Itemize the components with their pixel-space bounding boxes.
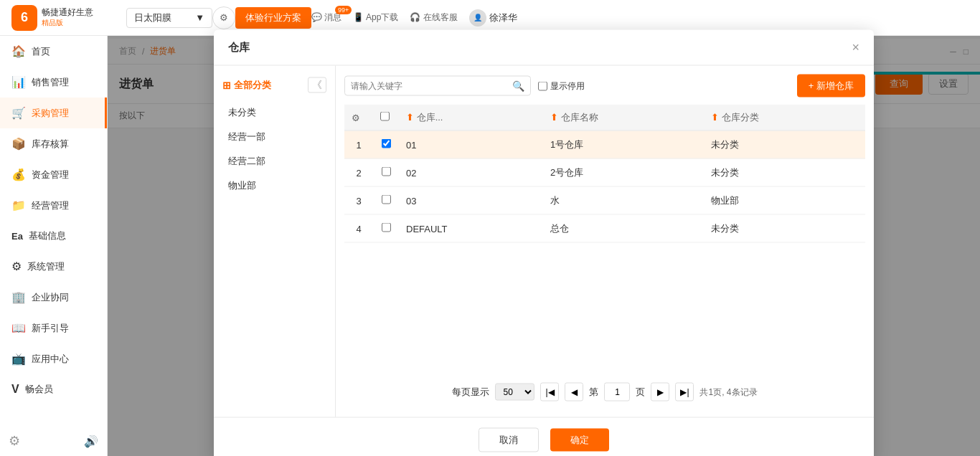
- modal-header: 仓库 ×: [214, 30, 874, 66]
- row-category: 物业部: [704, 186, 865, 214]
- sort-icon-code[interactable]: ⬆: [406, 112, 414, 123]
- row-num: 1: [344, 130, 373, 158]
- row-code: DEFAULT: [399, 214, 543, 242]
- app-download-button[interactable]: 📱 App下载: [353, 11, 398, 24]
- sidebar-item-basic-info[interactable]: Ea 基础信息: [0, 221, 107, 251]
- basic-info-icon: Ea: [11, 231, 23, 242]
- guide-icon: 📖: [11, 321, 26, 335]
- row-category: 未分类: [704, 130, 865, 158]
- store-selector[interactable]: 日太阳膜 ▼: [126, 8, 212, 28]
- row-checkbox[interactable]: [373, 158, 399, 186]
- sidebar-item-purchase[interactable]: 🛒 采购管理: [0, 98, 107, 128]
- sidebar-item-finance[interactable]: 💰 资金管理: [0, 159, 107, 190]
- sales-icon: 📊: [11, 75, 26, 89]
- cancel-button[interactable]: 取消: [479, 428, 539, 452]
- sidebar-item-management[interactable]: 📁 经营管理: [0, 190, 107, 221]
- category-panel: ⊞ 全部分类 《 未分类 经营一部 经营二部 物业部: [214, 66, 336, 417]
- sidebar-bottom: ⚙ 🔊: [0, 433, 107, 449]
- search-icon[interactable]: 🔍: [512, 80, 524, 92]
- system-icon: ⚙: [11, 260, 22, 273]
- category-item-ops2[interactable]: 经营二部: [214, 149, 335, 174]
- page-unit-label: 页: [636, 386, 645, 399]
- page-total-info: 共1页, 4条记录: [699, 386, 757, 398]
- messages-button[interactable]: 💬 消息 99+: [311, 11, 341, 24]
- warehouse-list-panel: 🔍 显示停用 + 新增仓库 ⚙: [336, 66, 874, 417]
- search-bar: 🔍 显示停用 + 新增仓库: [344, 75, 865, 98]
- category-header: ⊞ 全部分类 《: [214, 73, 335, 100]
- sidebar-label-management: 经营管理: [32, 199, 69, 212]
- sidebar-label-enterprise: 企业协同: [32, 291, 69, 304]
- speaker-icon[interactable]: 🔊: [84, 434, 98, 448]
- management-icon: 📁: [11, 199, 26, 212]
- all-category-button[interactable]: ⊞ 全部分类: [222, 79, 271, 92]
- next-page-button[interactable]: ▶: [651, 383, 669, 402]
- home-icon: 🏠: [11, 44, 26, 58]
- enterprise-icon: 🏢: [11, 290, 26, 304]
- sort-icon-name[interactable]: ⬆: [550, 112, 558, 123]
- user-menu[interactable]: 👤 徐泽华: [469, 9, 517, 27]
- settings-icon-bottom[interactable]: ⚙: [9, 433, 20, 449]
- th-name: ⬆ 仓库名称: [543, 105, 704, 131]
- row-name: 水: [543, 186, 704, 214]
- table-row[interactable]: 4 DEFAULT 总仓 未分类: [344, 214, 865, 242]
- row-name: 2号仓库: [543, 158, 704, 186]
- last-page-button[interactable]: ▶|: [675, 383, 694, 402]
- sidebar-item-system[interactable]: ⚙ 系统管理: [0, 251, 107, 282]
- finance-icon: 💰: [11, 168, 26, 181]
- sidebar-label-system: 系统管理: [27, 260, 65, 273]
- row-category: 未分类: [704, 158, 865, 186]
- grid-icon: ⊞: [222, 80, 231, 91]
- page-number-input[interactable]: [604, 383, 630, 402]
- warehouse-table: ⚙ ⬆ 仓库... ⬆: [344, 105, 865, 243]
- collapse-panel-button[interactable]: 《: [308, 77, 326, 93]
- category-item-ops1[interactable]: 经营一部: [214, 125, 335, 149]
- category-item-unclassified[interactable]: 未分类: [214, 100, 335, 125]
- page-label: 第: [589, 386, 598, 399]
- logo-icon: 6: [11, 5, 37, 31]
- row-checkbox[interactable]: [373, 214, 399, 242]
- table-row[interactable]: 2 02 2号仓库 未分类: [344, 158, 865, 186]
- sidebar-label-vip: 畅会员: [25, 383, 53, 396]
- avatar: 👤: [469, 9, 486, 27]
- sidebar-label-home: 首页: [32, 45, 50, 58]
- search-input-wrap: 🔍: [344, 76, 531, 96]
- sort-icon-category[interactable]: ⬆: [711, 112, 719, 123]
- table-row[interactable]: 1 01 1号仓库 未分类: [344, 130, 865, 158]
- search-input[interactable]: [351, 81, 512, 91]
- confirm-button[interactable]: 确定: [550, 429, 609, 452]
- page-size-select[interactable]: 50 20 100: [495, 384, 534, 401]
- select-all-checkbox[interactable]: [380, 112, 390, 121]
- prev-page-button[interactable]: ◀: [565, 383, 583, 402]
- modal-title: 仓库: [228, 41, 250, 54]
- online-service-button[interactable]: 🎧 在线客服: [410, 11, 457, 24]
- add-warehouse-button[interactable]: + 新增仓库: [797, 75, 865, 98]
- sidebar-label-purchase: 采购管理: [32, 107, 69, 120]
- sidebar-label-finance: 资金管理: [32, 168, 69, 181]
- sidebar-item-home[interactable]: 🏠 首页: [0, 36, 107, 67]
- modal-close-button[interactable]: ×: [852, 40, 859, 55]
- sidebar-item-vip[interactable]: V 畅会员: [0, 374, 107, 404]
- sidebar-item-enterprise[interactable]: 🏢 企业协同: [0, 282, 107, 313]
- trial-button[interactable]: 体验行业方案: [235, 7, 311, 29]
- show-disabled-check[interactable]: [538, 81, 547, 90]
- row-code: 02: [399, 158, 543, 186]
- row-checkbox[interactable]: [373, 186, 399, 214]
- sidebar-item-app[interactable]: 📺 应用中心: [0, 343, 107, 374]
- row-num: 4: [344, 214, 373, 242]
- sidebar-label-sales: 销售管理: [32, 76, 69, 89]
- row-code: 01: [399, 130, 543, 158]
- sidebar-item-guide[interactable]: 📖 新手引导: [0, 313, 107, 343]
- sidebar-item-sales[interactable]: 📊 销售管理: [0, 67, 107, 98]
- th-category: ⬆ 仓库分类: [704, 105, 865, 131]
- settings-th-icon: ⚙: [352, 112, 360, 123]
- sidebar-item-inventory[interactable]: 📦 库存核算: [0, 128, 107, 159]
- logo-area: 6 畅捷通好生意 精品版: [11, 5, 119, 31]
- show-disabled-checkbox[interactable]: 显示停用: [538, 80, 585, 92]
- row-checkbox[interactable]: [373, 130, 399, 158]
- category-item-property[interactable]: 物业部: [214, 174, 335, 198]
- table-row[interactable]: 3 03 水 物业部: [344, 186, 865, 214]
- gear-button[interactable]: ⚙: [212, 6, 235, 29]
- sidebar-label-app: 应用中心: [32, 353, 69, 366]
- first-page-button[interactable]: |◀: [540, 383, 559, 402]
- modal-footer: 取消 确定: [214, 417, 874, 457]
